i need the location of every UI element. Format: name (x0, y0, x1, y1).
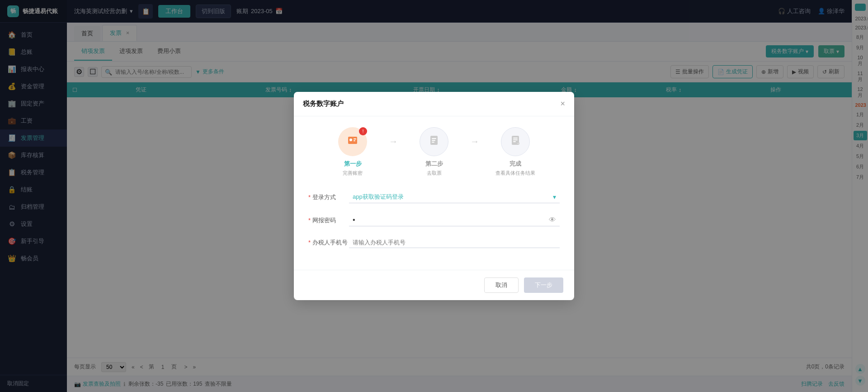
phone-required: * (308, 239, 311, 246)
step-1-desc: 完善账密 (343, 170, 363, 177)
modal-body: ! 第一步 完善账密 → (294, 116, 574, 270)
step-1-circle: ! (338, 127, 367, 156)
modal-overlay[interactable]: 税务数字账户 × (0, 0, 868, 392)
svg-rect-8 (432, 140, 435, 141)
step-2-circle (420, 127, 448, 156)
steps-container: ! 第一步 完善账密 → (308, 127, 560, 177)
password-eye-icon[interactable]: 👁 (549, 216, 556, 224)
step-arrow-1: → (389, 136, 398, 147)
login-method-arrow-icon: ▾ (553, 193, 556, 201)
step-1-icon (344, 132, 361, 152)
login-method-label: * 登录方式 (308, 193, 349, 201)
phone-label-text: 办税人手机号 (312, 239, 348, 246)
svg-rect-3 (354, 139, 356, 139)
tax-digital-modal: 税务数字账户 × (294, 92, 574, 300)
svg-point-2 (349, 139, 352, 141)
svg-rect-7 (432, 138, 436, 139)
modal-form: * 登录方式 app获取验证码登录 ▾ * 网报密码 (308, 191, 560, 248)
svg-rect-9 (432, 142, 434, 143)
phone-input[interactable] (349, 237, 560, 248)
login-method-required: * (308, 194, 311, 201)
login-method-select[interactable]: app获取验证码登录 ▾ (349, 191, 560, 203)
phone-label: * 办税人手机号 (308, 239, 349, 247)
password-input[interactable] (353, 216, 549, 224)
login-method-label-text: 登录方式 (312, 194, 336, 201)
login-method-row: * 登录方式 app获取验证码登录 ▾ (308, 191, 560, 203)
modal-title: 税务数字账户 (303, 100, 344, 108)
password-label: * 网报密码 (308, 216, 349, 225)
step-2: 第二步 去取票 (398, 127, 470, 177)
step-3-icon (507, 132, 524, 152)
step-3: 完成 查看具体任务结果 (479, 127, 552, 177)
password-row: * 网报密码 👁 (308, 214, 560, 226)
svg-rect-1 (348, 137, 357, 144)
login-method-value: app获取验证码登录 (353, 193, 553, 201)
step-2-label: 第二步 (425, 160, 443, 168)
svg-rect-13 (513, 139, 518, 140)
step-3-circle (501, 127, 530, 156)
svg-rect-14 (513, 141, 516, 142)
modal-close-btn[interactable]: × (560, 99, 565, 109)
svg-rect-4 (354, 140, 355, 141)
password-input-wrap: 👁 (349, 214, 560, 226)
svg-rect-12 (513, 138, 518, 139)
step-3-desc: 查看具体任务结果 (495, 170, 535, 177)
cancel-button[interactable]: 取消 (484, 277, 519, 293)
password-label-text: 网报密码 (312, 217, 336, 224)
step-2-icon (426, 132, 442, 152)
step-1: ! 第一步 完善账密 (316, 127, 389, 177)
modal-header: 税务数字账户 × (294, 92, 574, 116)
password-required: * (308, 217, 311, 224)
next-button[interactable]: 下一步 (524, 277, 563, 293)
phone-row: * 办税人手机号 (308, 237, 560, 248)
step-1-error-badge: ! (359, 127, 367, 135)
modal-footer: 取消 下一步 (294, 270, 574, 300)
step-2-desc: 去取票 (427, 170, 442, 177)
step-1-label: 第一步 (344, 160, 362, 168)
step-arrow-2: → (470, 136, 479, 147)
step-3-label: 完成 (509, 160, 521, 168)
